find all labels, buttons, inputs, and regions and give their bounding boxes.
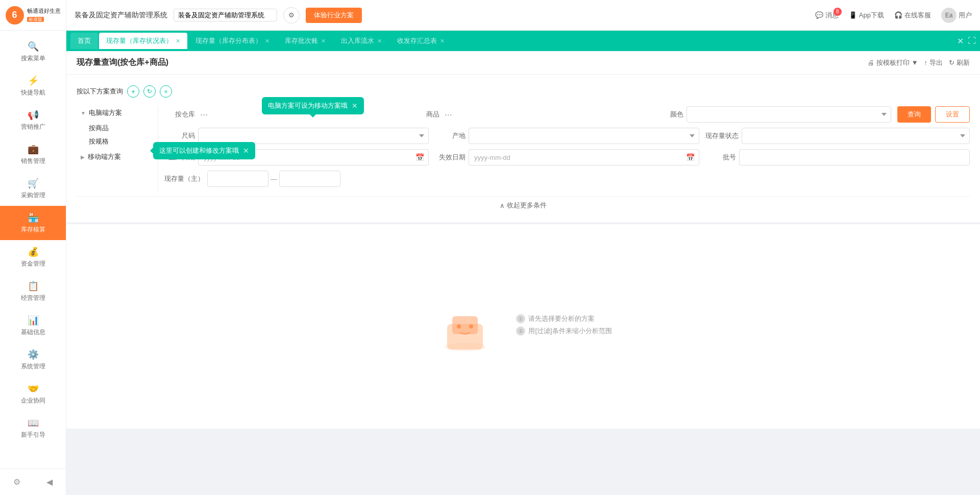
collapse-icon-up: ∧ — [500, 202, 505, 209]
tab-inout[interactable]: 出入库流水 ✕ — [334, 33, 389, 49]
add-scheme-btn[interactable]: + — [127, 85, 139, 98]
sidebar-item-guide[interactable]: 📖 新手引导 — [0, 411, 66, 445]
message-btn[interactable]: 💬 消息 8 — [815, 11, 839, 20]
refresh-btn[interactable]: ↻ 刷新 — [949, 58, 970, 67]
empty-state-text: ① 请先选择要分析的方案 ② 用[过滤]条件来缩小分析范围 — [516, 314, 611, 339]
tab-close-summary[interactable]: ✕ — [440, 38, 445, 44]
tab-home[interactable]: 首页 — [70, 33, 98, 49]
stock-status-select[interactable] — [742, 128, 970, 144]
sidebar-item-finance[interactable]: 💰 资金管理 — [0, 240, 66, 274]
stock-main-range: — — [207, 171, 340, 187]
tab-close-batch[interactable]: ✕ — [321, 38, 326, 44]
range-dash: — — [271, 175, 277, 183]
app-download-btn[interactable]: 📱 App下载 — [849, 11, 884, 20]
tab-close-inventory-dist[interactable]: ✕ — [265, 38, 270, 44]
origin-label: 产地 — [435, 131, 465, 140]
filter-batch-no: 批号 — [705, 149, 970, 166]
sidebar-item-operation[interactable]: 📋 经营管理 — [0, 274, 66, 309]
batch-no-input[interactable] — [739, 149, 970, 166]
phone-icon: 📱 — [849, 11, 857, 19]
operation-icon: 📋 — [28, 280, 39, 292]
query-button[interactable]: 查询 — [897, 106, 931, 123]
logo-icon: 6 — [6, 6, 24, 25]
scheme-tooltip-close[interactable]: ✕ — [352, 102, 358, 110]
sidebar-item-sales[interactable]: 💼 销售管理 — [0, 137, 66, 172]
product-label: 商品 — [409, 110, 439, 119]
system-select[interactable]: 装备及固定资产辅助管理系统 — [174, 9, 277, 21]
filter-row-4: 现存量（主） — — [164, 171, 970, 187]
tab-close-inventory-status[interactable]: ✕ — [176, 38, 180, 44]
sidebar-item-system[interactable]: ⚙️ 系统管理 — [0, 343, 66, 377]
filter-expire-date: 失效日期 yyyy-mm-dd 📅 — [435, 149, 699, 166]
system-name: 装备及固定资产辅助管理系统 — [75, 11, 167, 20]
back-scheme-btn[interactable]: « — [160, 85, 172, 98]
svg-point-4 — [469, 324, 473, 328]
settings-bottom-btn[interactable]: ⚙ — [11, 475, 22, 489]
desktop-scheme-group: ▼ 电脑端方案 按商品 按规格 — [77, 106, 154, 150]
expand-icon: ▼ — [81, 110, 86, 116]
filter-stock-status: 现存量状态 — [705, 128, 970, 144]
flash-icon: ⚡ — [28, 75, 39, 86]
print-icon: 🖨 — [868, 59, 874, 66]
product-more-icon[interactable]: ··· — [443, 109, 454, 120]
query-header: 按以下方案查询 + ↻ « 电脑方案可设为移动方案哦 ✕ — [77, 83, 970, 100]
mobile-scheme-header[interactable]: ▶ 移动端方案 — [77, 150, 154, 163]
scheme-tooltip: 电脑方案可设为移动方案哦 ✕ — [262, 97, 364, 114]
settings-btn[interactable]: ⚙ — [283, 7, 300, 23]
support-btn[interactable]: 🎧 在线客服 — [894, 11, 931, 20]
settings-icon: ⚙ — [288, 11, 295, 19]
filter-product: 商品 ··· — [409, 109, 647, 120]
main-content: 现存量查询(按仓库+商品) 🖨 按模板打印 ▼ ↑ 导出 ↻ 刷新 按以下方案查… — [66, 51, 980, 495]
tab-close-inout[interactable]: ✕ — [377, 38, 382, 44]
industry-btn[interactable]: 体验行业方案 — [306, 8, 362, 23]
scheme-panel: ▼ 电脑端方案 按商品 按规格 ▶ — [77, 106, 158, 192]
sidebar-item-base[interactable]: 📊 基础信息 — [0, 309, 66, 343]
export-btn[interactable]: ↑ 导出 — [924, 58, 943, 67]
tab-summary[interactable]: 收发存汇总表 ✕ — [390, 33, 452, 49]
stock-main-min[interactable] — [207, 171, 268, 187]
origin-select[interactable] — [469, 128, 699, 144]
fullscreen-btn[interactable]: ⛶ — [968, 36, 976, 46]
headset-icon: 🎧 — [894, 11, 902, 19]
sidebar-item-inventory[interactable]: 🏪 库存核算 — [0, 206, 66, 240]
sidebar-item-search[interactable]: 🔍 搜索菜单 — [0, 35, 66, 69]
stock-main-max[interactable] — [279, 171, 340, 187]
mobile-scheme-group: ▶ 移动端方案 — [77, 150, 154, 163]
avatar: Ea — [941, 8, 957, 23]
query-header-label: 按以下方案查询 — [77, 87, 123, 96]
system-icon: ⚙️ — [28, 349, 39, 360]
sidebar-item-cooperation[interactable]: 🤝 企业协同 — [0, 377, 66, 411]
color-select[interactable] — [687, 106, 891, 123]
scheme-item-spec[interactable]: 按规格 — [77, 135, 154, 148]
scheme-item-product[interactable]: 按商品 — [77, 122, 154, 135]
expire-date-start[interactable]: yyyy-mm-dd 📅 — [469, 149, 699, 166]
tab-inventory-dist[interactable]: 现存量（库存分布表） ✕ — [188, 33, 277, 49]
collapse-btn[interactable]: ∧ 收起更多条件 — [77, 196, 970, 214]
empty-svg — [434, 296, 496, 357]
reset-button[interactable]: 设置 — [935, 106, 970, 123]
collapse-sidebar-btn[interactable]: ◀ — [44, 475, 55, 489]
page-title: 现存量查询(按仓库+商品) — [77, 57, 168, 68]
close-all-tabs-btn[interactable]: ✕ — [957, 36, 964, 46]
topbar: 装备及固定资产辅助管理系统 装备及固定资产辅助管理系统 ⚙ 体验行业方案 💬 消… — [66, 0, 980, 31]
print-btn[interactable]: 🖨 按模板打印 ▼ — [868, 58, 918, 67]
base-icon: 📊 — [28, 315, 39, 326]
stock-main-label: 现存量（主） — [164, 174, 204, 183]
topbar-right: 💬 消息 8 📱 App下载 🎧 在线客服 Ea 用户 — [815, 8, 972, 23]
create-tooltip: 这里可以创建和修改方案哦 ✕ — [153, 142, 255, 159]
filter-color: 颜色 — [653, 106, 891, 123]
sidebar-item-nav[interactable]: ⚡ 快捷导航 — [0, 69, 66, 103]
create-tooltip-close[interactable]: ✕ — [243, 147, 249, 155]
tab-batch[interactable]: 库存批次账 ✕ — [278, 33, 333, 49]
stock-status-label: 现存量状态 — [705, 131, 739, 140]
sidebar-item-purchase[interactable]: 🛒 采购管理 — [0, 172, 66, 206]
sidebar-item-marketing[interactable]: 📢 营销推广 — [0, 103, 66, 137]
sidebar-bottom: ⚙ ◀ — [0, 468, 66, 495]
tab-inventory-status[interactable]: 现存量（库存状况表） ✕ — [99, 33, 187, 49]
user-btn[interactable]: Ea 用户 — [941, 8, 972, 23]
inventory-icon: 🏪 — [28, 212, 39, 223]
warehouse-more-icon[interactable]: ··· — [198, 109, 210, 120]
data-area: ① 请先选择要分析的方案 ② 用[过滤]条件来缩小分析范围 — [66, 224, 980, 429]
refresh-scheme-btn[interactable]: ↻ — [143, 85, 156, 98]
desktop-scheme-header[interactable]: ▼ 电脑端方案 — [77, 106, 154, 120]
